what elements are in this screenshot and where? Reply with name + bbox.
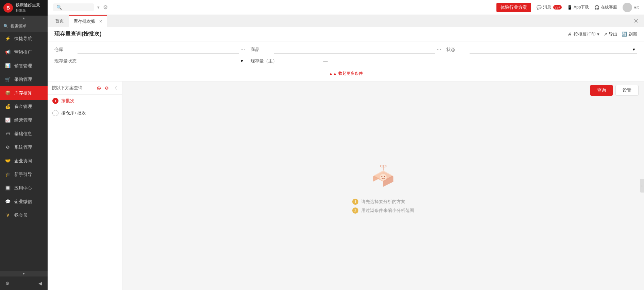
product-field: 商品 ··· — [251, 46, 441, 54]
sidebar-header: B 畅康通好生意 标准版 — [0, 0, 48, 16]
stock-status-field: 现存量状态 ▾ — [54, 57, 245, 65]
product-input[interactable] — [274, 46, 435, 54]
username: Rit — [633, 5, 639, 10]
stock-status-select[interactable]: ▾ — [79, 57, 245, 65]
settings-button[interactable]: 设置 — [615, 85, 639, 96]
status-field: 状态 ▾ — [446, 46, 637, 54]
wechat-icon: 💬 — [5, 199, 11, 205]
tab-home[interactable]: 首页 — [50, 15, 69, 27]
topbar-settings-icon[interactable]: ⚙ — [103, 4, 108, 11]
headset-icon: 🎧 — [594, 5, 599, 10]
warehouse-dots-btn[interactable]: ··· — [240, 47, 245, 53]
tip-text-2: 用过滤条件来缩小分析范围 — [361, 207, 414, 214]
stock-qty-to[interactable] — [331, 57, 371, 65]
left-panel: 按以下方案查询 ⊕ ⚙ 《 ✦ 按批次 ○ 按仓库+批次 — [48, 81, 122, 290]
sidebar-item-shortcut[interactable]: ⚡ 快捷导航 — [0, 32, 48, 46]
purchase-icon: 🛒 — [5, 76, 11, 83]
online-service-label: 在线客服 — [601, 4, 617, 10]
print-icon: 🖨 — [568, 32, 572, 37]
export-btn[interactable]: ↗ 导出 — [604, 31, 617, 37]
sidebar-item-label: 企业协同 — [14, 158, 32, 164]
sidebar-item-label: 基础信息 — [14, 131, 32, 137]
sidebar-scroll-up[interactable]: ▲ — [0, 16, 48, 21]
sidebar-item-purchase[interactable]: 🛒 采购管理 — [0, 73, 48, 86]
topbar-search[interactable]: 🔍 — [53, 3, 94, 11]
online-service-group[interactable]: 🎧 在线客服 — [594, 4, 617, 10]
right-panel-toggle[interactable]: ‹ — [640, 179, 644, 193]
scheme-item-label: 按批次 — [61, 98, 74, 104]
sidebar-item-basics[interactable]: 🗃 基础信息 — [0, 127, 48, 141]
sidebar-nav: ⚡ 快捷导航 📢 营销推广 📊 销售管理 🛒 采购管理 📦 库存核算 💰 资金管… — [0, 32, 48, 271]
tip-num-1: 1 — [352, 199, 358, 205]
app-download-group[interactable]: 📱 App下载 — [567, 4, 589, 10]
newbie-icon: 🎓 — [5, 171, 11, 178]
print-btn[interactable]: 🖨 按模板打印 ▾ — [568, 31, 599, 37]
topbar-right: 体验行业方案 💬 消息 99+ 📱 App下载 🎧 在线客服 Rit — [496, 3, 639, 12]
refresh-label: 刷新 — [628, 31, 637, 37]
stock-qty-from[interactable] — [280, 57, 321, 65]
sidebar-item-wechat[interactable]: 💬 企业微信 — [0, 195, 48, 209]
sidebar-item-newbie[interactable]: 🎓 新手引导 — [0, 168, 48, 181]
collapse-conditions-btn[interactable]: ▲▲ 收起更多条件 — [54, 69, 637, 77]
left-panel-actions: ⊕ ⚙ 《 — [96, 85, 118, 91]
operations-icon: 📈 — [5, 117, 11, 123]
sidebar-item-system[interactable]: ⚙ 系统管理 — [0, 141, 48, 154]
message-badge: 99+ — [553, 5, 562, 10]
refresh-btn[interactable]: 🔄 刷新 — [622, 31, 637, 37]
stock-qty-label: 现存量（主） — [251, 58, 277, 64]
stock-status-dropdown-icon: ▾ — [241, 58, 243, 64]
footer-settings-icon[interactable]: ⚙ — [3, 279, 12, 287]
left-panel-header: 按以下方案查询 ⊕ ⚙ 《 — [48, 81, 122, 95]
workspace: 按以下方案查询 ⊕ ⚙ 《 ✦ 按批次 ○ 按仓库+批次 — [48, 81, 644, 290]
status-label: 状态 — [446, 47, 467, 53]
add-scheme-btn[interactable]: ⊕ — [96, 85, 102, 91]
sidebar-item-operations[interactable]: 📈 经营管理 — [0, 113, 48, 127]
user-group[interactable]: Rit — [623, 3, 639, 12]
sidebar-item-sales[interactable]: 📊 销售管理 — [0, 59, 48, 73]
message-group[interactable]: 💬 消息 99+ — [537, 4, 562, 10]
sales-icon: 📊 — [5, 63, 11, 69]
topbar-dropdown-icon[interactable]: ▾ — [97, 5, 100, 10]
collapse-panel-btn[interactable]: 《 — [112, 85, 118, 91]
app-edition: 标准版 — [16, 8, 40, 13]
tab-close-icon[interactable]: ✕ — [99, 19, 102, 24]
sidebar-scroll-down[interactable]: ▼ — [0, 271, 48, 276]
app-logo: B — [3, 3, 13, 13]
empty-tips: 1 请先选择要分析的方案 2 用过滤条件来缩小分析范围 — [352, 199, 414, 214]
message-icon: 💬 — [537, 5, 542, 10]
sidebar-item-vip[interactable]: V 畅会员 — [0, 209, 48, 222]
collab-icon: 🤝 — [5, 158, 11, 164]
tab-home-label: 首页 — [55, 18, 64, 24]
stock-qty-field: 现存量（主） — — [251, 57, 441, 65]
sidebar-item-label: 快捷导航 — [14, 36, 32, 42]
status-dropdown-icon: ▾ — [633, 47, 635, 52]
sidebar-item-inventory[interactable]: 📦 库存核算 — [0, 86, 48, 100]
sidebar-footer: ⚙ ◀ — [0, 276, 48, 290]
sidebar-item-collab[interactable]: 🤝 企业协同 — [0, 154, 48, 168]
sidebar-item-label: 畅会员 — [14, 212, 28, 218]
inventory-icon: 📦 — [5, 90, 11, 96]
tip-num-2: 2 — [352, 207, 358, 214]
filter-row-2: 现存量状态 ▾ 现存量（主） — — [54, 57, 637, 65]
message-label: 消息 — [543, 4, 551, 10]
print-label: 按模板打印 — [574, 31, 596, 37]
tab-more-btn[interactable]: ✕ — [631, 17, 641, 25]
scheme-icon-red: ✦ — [52, 98, 58, 104]
footer-collapse-icon[interactable]: ◀ — [36, 279, 44, 287]
sidebar-item-finance[interactable]: 💰 资金管理 — [0, 100, 48, 113]
sidebar-search[interactable]: 🔍 搜索菜单 — [0, 21, 48, 32]
product-dots-btn[interactable]: ··· — [437, 47, 441, 53]
warehouse-input[interactable] — [78, 46, 239, 54]
scheme-item-batch[interactable]: ✦ 按批次 — [48, 95, 122, 107]
system-icon: ⚙ — [5, 144, 11, 150]
query-button[interactable]: 查询 — [590, 85, 613, 96]
status-select[interactable]: ▾ — [470, 46, 637, 54]
settings-scheme-btn[interactable]: ⚙ — [104, 85, 110, 91]
sidebar-item-appstore[interactable]: 🔲 应用中心 — [0, 181, 48, 195]
topbar-left: 🔍 ▾ ⚙ — [53, 3, 108, 11]
tab-inventory-batch[interactable]: 库存批次账 ✕ — [69, 15, 107, 27]
experience-btn[interactable]: 体验行业方案 — [496, 3, 531, 12]
sidebar-item-marketing[interactable]: 📢 营销推广 — [0, 46, 48, 59]
svg-point-5 — [382, 176, 383, 177]
scheme-item-warehouse-batch[interactable]: ○ 按仓库+批次 — [48, 107, 122, 119]
